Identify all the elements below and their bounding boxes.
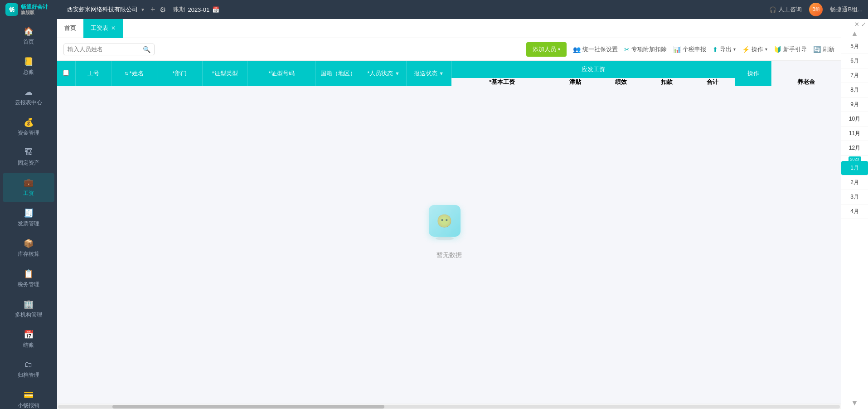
report-filter-icon[interactable]: ▼ bbox=[439, 71, 444, 76]
content-area: 首页 工资表 ✕ 🔍 添加人员 ▾ 👥 统一社保设置 bbox=[57, 19, 841, 409]
select-all-checkbox[interactable] bbox=[63, 70, 69, 76]
avatar-label: B组 bbox=[812, 6, 820, 13]
sidebar-label-cloud: 云报表中心 bbox=[15, 99, 42, 107]
sidebar-item-archive[interactable]: 🗂 归档管理 bbox=[3, 355, 54, 384]
top-bar-actions: + ⚙ bbox=[150, 5, 166, 15]
app-sub: 旗舰版 bbox=[21, 10, 48, 15]
sidebar-label-salary: 工资 bbox=[23, 190, 34, 197]
sidebar-item-multi-org[interactable]: 🏢 多机构管理 bbox=[3, 295, 54, 323]
refresh-btn[interactable]: 🔄 刷新 bbox=[813, 45, 834, 54]
empty-state: 😶 暂无数据 bbox=[429, 205, 470, 259]
month-item-2023-3[interactable]: 3月 bbox=[841, 190, 868, 204]
col-bonus: 津贴 bbox=[553, 78, 598, 86]
col-id: 工号 bbox=[75, 61, 112, 86]
col-perf: 绩效 bbox=[598, 78, 644, 86]
month-item-9[interactable]: 9月 bbox=[841, 97, 868, 112]
refresh-label: 刷新 bbox=[823, 45, 834, 54]
month-item-6[interactable]: 6月 bbox=[841, 54, 868, 68]
tab-salary[interactable]: 工资表 ✕ bbox=[83, 19, 123, 38]
export-chevron-icon: ▾ bbox=[733, 47, 736, 52]
toolbar-right: 添加人员 ▾ 👥 统一社保设置 ✂ 专项附加扣除 📊 个税申报 ⬆ bbox=[526, 42, 834, 57]
social-security-label: 统一社保设置 bbox=[582, 45, 618, 54]
service-btn[interactable]: 🎧 人工咨询 bbox=[769, 5, 802, 14]
avatar[interactable]: B组 bbox=[809, 3, 823, 16]
col-status: *人员状态 ▼ bbox=[361, 61, 406, 86]
close-panel-icon[interactable]: ✕ bbox=[854, 21, 859, 28]
month-item-12[interactable]: 12月 bbox=[841, 141, 868, 156]
month-item-2023-4[interactable]: 4月 bbox=[841, 204, 868, 219]
month-item-7[interactable]: 7月 bbox=[841, 68, 868, 83]
month-item-11[interactable]: 11月 bbox=[841, 127, 868, 141]
special-deduct-btn[interactable]: ✂ 专项附加扣除 bbox=[624, 45, 667, 54]
add-chevron-icon: ▾ bbox=[558, 47, 560, 52]
personal-tax-icon: 📊 bbox=[673, 46, 681, 53]
add-person-button[interactable]: 添加人员 ▾ bbox=[526, 42, 567, 57]
period-label: 账期 2023-01 📅 bbox=[173, 5, 219, 14]
col-cert-no: *证型号码 bbox=[247, 61, 315, 86]
sidebar-item-invoice[interactable]: 🧾 发票管理 bbox=[3, 204, 54, 232]
col-pension: 养老金 bbox=[771, 78, 841, 86]
sidebar-label-org: 多机构管理 bbox=[15, 311, 42, 319]
month-item-2023-1[interactable]: 2023 1月 bbox=[841, 161, 868, 175]
sidebar-item-expense[interactable]: 💳 小畅报销 bbox=[3, 385, 54, 409]
tab-home[interactable]: 首页 bbox=[57, 19, 83, 38]
tab-close-icon[interactable]: ✕ bbox=[111, 25, 116, 31]
user-name: 畅捷通B组... bbox=[830, 5, 863, 14]
org-icon: 🏢 bbox=[24, 299, 34, 309]
sidebar-label-expense: 小畅报销 bbox=[18, 402, 39, 409]
sidebar-label-ledger: 总账 bbox=[23, 68, 34, 76]
calendar-icon[interactable]: 📅 bbox=[212, 6, 219, 13]
add-icon[interactable]: + bbox=[150, 5, 155, 15]
sidebar-item-close[interactable]: 📅 结账 bbox=[3, 325, 54, 354]
export-btn[interactable]: ⬆ 导出 ▾ bbox=[713, 45, 736, 54]
export-label: 导出 bbox=[720, 45, 732, 54]
sidebar-label-close: 结账 bbox=[23, 341, 34, 349]
sidebar-label-tax: 税务管理 bbox=[18, 281, 39, 288]
refresh-icon: 🔄 bbox=[813, 46, 821, 53]
search-wrapper[interactable]: 🔍 bbox=[63, 44, 155, 55]
company-selector[interactable]: 西安虾米网络科技有限公司 ▼ bbox=[67, 5, 145, 14]
col-ops: 操作 bbox=[735, 61, 771, 86]
settings-icon[interactable]: ⚙ bbox=[160, 5, 166, 14]
main-layout: 🏠 首页 📒 总账 ☁ 云报表中心 💰 资金管理 🏗 固定资产 💼 工资 🧾 发… bbox=[0, 19, 868, 409]
sidebar-item-fixed-assets[interactable]: 🏗 固定资产 bbox=[3, 143, 54, 171]
table-wrapper: 工号 ⇅*姓名 *部门 *证型类型 *证型号码 国籍（地区） *人员状态 ▼ bbox=[57, 61, 841, 404]
col-checkbox[interactable] bbox=[57, 61, 75, 86]
personal-tax-btn[interactable]: 📊 个税申报 bbox=[673, 45, 706, 54]
capital-icon: 💰 bbox=[24, 117, 34, 127]
month-item-10[interactable]: 10月 bbox=[841, 112, 868, 127]
month-item-8[interactable]: 8月 bbox=[841, 83, 868, 97]
assets-icon: 🏗 bbox=[24, 148, 33, 157]
chevron-down-icon: ▼ bbox=[141, 7, 145, 12]
status-filter-icon[interactable]: ▼ bbox=[395, 71, 400, 76]
sidebar-item-salary[interactable]: 💼 工资 bbox=[3, 173, 54, 202]
expand-panel-icon[interactable]: ⤢ bbox=[861, 21, 866, 28]
new-guide-btn[interactable]: 🔰 新手引导 bbox=[774, 45, 807, 54]
period-value[interactable]: 2023-01 bbox=[188, 6, 209, 13]
bottom-scrollbar[interactable] bbox=[57, 404, 841, 409]
scrollbar-track[interactable] bbox=[58, 405, 840, 409]
sidebar-item-inventory[interactable]: 📦 库存核算 bbox=[3, 234, 54, 263]
down-arrow-icon: ▼ bbox=[851, 399, 858, 407]
social-security-btn[interactable]: 👥 统一社保设置 bbox=[573, 45, 618, 54]
date-nav-up[interactable]: ▲ bbox=[841, 28, 868, 39]
table-header-row1: 工号 ⇅*姓名 *部门 *证型类型 *证型号码 国籍（地区） *人员状态 ▼ bbox=[57, 61, 841, 78]
operations-btn[interactable]: ⚡ 操作 ▾ bbox=[742, 45, 767, 54]
sidebar-item-tax[interactable]: 📋 税务管理 bbox=[3, 264, 54, 293]
month-item-5[interactable]: 5月 bbox=[841, 39, 868, 54]
expense-icon: 💳 bbox=[24, 390, 34, 400]
sidebar-item-cloud-report[interactable]: ☁ 云报表中心 bbox=[3, 83, 54, 111]
sidebar-item-home[interactable]: 🏠 首页 bbox=[3, 22, 54, 50]
operations-chevron-icon: ▾ bbox=[765, 47, 767, 52]
social-security-icon: 👥 bbox=[573, 46, 581, 53]
date-nav-down[interactable]: ▼ bbox=[841, 397, 868, 409]
scrollbar-thumb[interactable] bbox=[112, 405, 384, 409]
sidebar-item-capital[interactable]: 💰 资金管理 bbox=[3, 113, 54, 141]
month-item-2023-2[interactable]: 2月 bbox=[841, 175, 868, 190]
name-sort-icon[interactable]: ⇅ bbox=[125, 71, 128, 76]
sidebar-item-ledger[interactable]: 📒 总账 bbox=[3, 52, 54, 81]
top-bar-right: 🎧 人工咨询 B组 畅捷通B组... bbox=[769, 3, 863, 16]
col-region: 国籍（地区） bbox=[315, 61, 361, 86]
month-list: 5月 6月 7月 8月 9月 10月 11月 12月 2023 1月 2月 3月… bbox=[841, 39, 868, 397]
search-input[interactable] bbox=[68, 46, 140, 53]
